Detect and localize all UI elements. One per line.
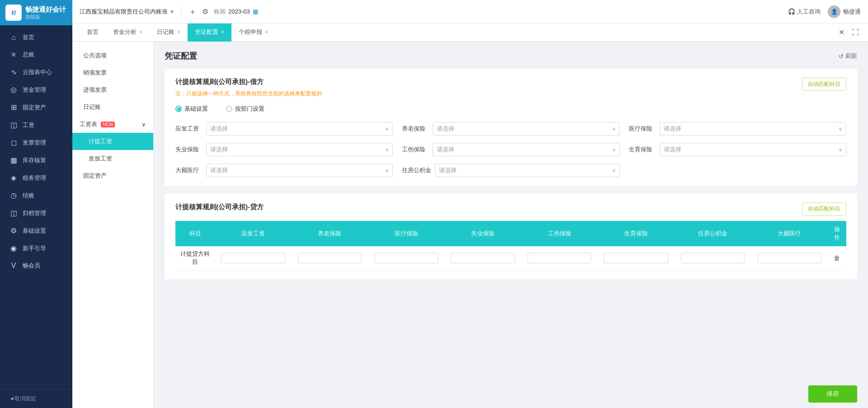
tab-journal-close[interactable]: × bbox=[177, 29, 180, 35]
sub-group-salary-table[interactable]: 工资表 NEW ∨ bbox=[72, 116, 153, 133]
sub-item-journal[interactable]: 日记账 bbox=[72, 98, 153, 116]
chevron-maternity-icon: ∨ bbox=[839, 147, 842, 153]
sub-item-public[interactable]: 公共选项 bbox=[72, 47, 153, 64]
cell-medical-input[interactable] bbox=[368, 246, 444, 270]
company-name: 江西服宝精品有限责任公司内账张 bbox=[80, 8, 168, 16]
sidebar-item-ledger[interactable]: ≡ 总账 bbox=[0, 46, 72, 63]
cancel-fixed-button[interactable]: ◄取消固定 bbox=[0, 389, 72, 408]
sidebar-item-salary[interactable]: ◫ 工资 bbox=[0, 116, 72, 134]
sidebar-item-archive[interactable]: ◫ 归档管理 bbox=[0, 204, 72, 222]
sidebar-item-invoice[interactable]: ◻ 发票管理 bbox=[0, 134, 72, 151]
tab-tax-close[interactable]: × bbox=[265, 29, 268, 35]
company-selector[interactable]: 江西服宝精品有限责任公司内账张 ▾ bbox=[80, 8, 174, 16]
invoice-icon: ◻ bbox=[9, 138, 18, 147]
cell-housing-fund-input[interactable] bbox=[675, 246, 751, 270]
sidebar-label-closing: 结账 bbox=[23, 192, 34, 200]
input-pension[interactable] bbox=[298, 253, 362, 263]
service-button[interactable]: 🎧 人工咨询 bbox=[788, 8, 821, 16]
select-housing-fund[interactable]: 请选择 ∨ bbox=[435, 164, 619, 177]
refresh-button[interactable]: ↺ 刷新 bbox=[839, 52, 857, 60]
select-medical[interactable]: 请选择 ∨ bbox=[660, 122, 846, 136]
delete-row-button[interactable]: 🗑 bbox=[834, 254, 840, 262]
input-work-injury[interactable] bbox=[528, 253, 592, 263]
debit-section-card: 计提核算规则(公司承担)-借方 注：只能选择一种方式，系统将按照您当前的选择来配… bbox=[165, 69, 857, 186]
select-unemployment[interactable]: 请选择 ∨ bbox=[206, 143, 393, 156]
select-maternity[interactable]: 请选择 ∨ bbox=[660, 143, 846, 156]
select-pension[interactable]: 请选择 ∨ bbox=[433, 122, 619, 136]
cell-large-medical-input[interactable] bbox=[751, 246, 827, 270]
cell-salary-input[interactable] bbox=[215, 246, 291, 270]
chevron-pension-icon: ∨ bbox=[612, 126, 616, 132]
sub-label-sales: 销项发票 bbox=[83, 69, 107, 76]
settings-gear-icon[interactable]: ⚙ bbox=[202, 7, 208, 16]
select-large-medical[interactable]: 请选择 ∨ bbox=[206, 164, 393, 177]
salary-icon: ◫ bbox=[9, 121, 18, 129]
tab-journal[interactable]: 日记账 × bbox=[150, 23, 188, 42]
new-badge: NEW bbox=[101, 122, 115, 127]
col-action: 操作 bbox=[828, 221, 846, 246]
input-housing-fund[interactable] bbox=[681, 253, 745, 263]
close-tab-button[interactable]: ✕ bbox=[837, 26, 846, 38]
radio-group: 基础设置 按部门设置 bbox=[175, 105, 846, 113]
content-area: 公共选项 销项发票 进项发票 日记账 工资表 NEW ∨ 计提工资 发 bbox=[72, 42, 868, 408]
select-work-injury[interactable]: 请选择 ∨ bbox=[433, 143, 619, 156]
cell-work-injury-input[interactable] bbox=[521, 246, 598, 270]
sidebar-item-reports[interactable]: ∿ 云报表中心 bbox=[0, 63, 72, 81]
chevron-large-medical-icon: ∨ bbox=[385, 168, 389, 174]
add-account-button[interactable]: ＋ bbox=[189, 6, 197, 17]
sub-item-sales[interactable]: 销项发票 bbox=[72, 64, 153, 81]
save-button[interactable]: 保存 bbox=[808, 385, 857, 403]
col-maternity: 生育保险 bbox=[598, 221, 674, 246]
auto-match-debit-button[interactable]: 自动匹配科目 bbox=[802, 78, 846, 91]
sub-item-fixed-assets[interactable]: 固定资产 bbox=[72, 167, 153, 184]
radio-department[interactable]: 按部门设置 bbox=[226, 105, 264, 113]
topbar-divider-1 bbox=[181, 7, 181, 16]
tab-voucher-close[interactable]: × bbox=[221, 29, 224, 35]
sidebar-item-tax[interactable]: ◈ 税务管理 bbox=[0, 169, 72, 187]
sidebar-item-home[interactable]: ⌂ 首页 bbox=[0, 29, 72, 46]
tab-home-label: 首页 bbox=[87, 28, 99, 36]
cell-delete[interactable]: 🗑 bbox=[828, 246, 846, 270]
sub-item-pay-salary[interactable]: 发放工资 bbox=[72, 150, 153, 167]
sidebar-label-ledger: 总账 bbox=[23, 51, 34, 59]
maximize-tab-button[interactable]: ⛶ bbox=[850, 27, 861, 38]
sidebar-item-settings[interactable]: ⚙ 基础设置 bbox=[0, 222, 72, 239]
sidebar-label-salary: 工资 bbox=[23, 121, 34, 129]
calendar-icon[interactable]: ▦ bbox=[253, 8, 258, 15]
input-maternity[interactable] bbox=[604, 253, 668, 263]
select-salary[interactable]: 请选择 ∨ bbox=[206, 122, 393, 136]
sidebar-item-capital[interactable]: ◎ 资金管理 bbox=[0, 81, 72, 98]
chevron-salary-icon: ∨ bbox=[385, 126, 389, 132]
sidebar-item-closing[interactable]: ◷ 结账 bbox=[0, 187, 72, 204]
radio-department-circle bbox=[226, 106, 232, 112]
input-large-medical[interactable] bbox=[757, 253, 821, 263]
sub-item-advance-salary[interactable]: 计提工资 bbox=[72, 133, 153, 150]
field-pension: 养老保险 请选择 ∨ bbox=[402, 122, 619, 136]
chevron-down-icon: ∨ bbox=[142, 121, 146, 128]
sidebar-label-assets: 固定资产 bbox=[23, 103, 46, 112]
input-salary[interactable] bbox=[221, 253, 285, 263]
sidebar-item-assets[interactable]: ⊞ 固定资产 bbox=[0, 98, 72, 116]
sidebar-item-vip[interactable]: V 畅会员 bbox=[0, 257, 72, 274]
tab-home[interactable]: 首页 bbox=[80, 23, 106, 42]
select-unemployment-placeholder: 请选择 bbox=[210, 145, 228, 154]
input-unemployment[interactable] bbox=[451, 253, 515, 263]
sidebar-item-guide[interactable]: ◉ 新手引导 bbox=[0, 239, 72, 257]
tab-voucher[interactable]: 凭证配置 × bbox=[188, 23, 231, 42]
sidebar-item-inventory[interactable]: ▦ 库存核算 bbox=[0, 151, 72, 169]
tab-tax[interactable]: 个税申报 × bbox=[231, 23, 275, 42]
cell-unemployment-input[interactable] bbox=[444, 246, 521, 270]
guide-icon: ◉ bbox=[9, 244, 18, 253]
select-maternity-placeholder: 请选择 bbox=[664, 145, 681, 154]
sub-item-purchase[interactable]: 进项发票 bbox=[72, 81, 153, 98]
tab-capital-close[interactable]: × bbox=[139, 29, 142, 35]
tab-capital[interactable]: 资金分析 × bbox=[106, 23, 150, 42]
input-medical[interactable] bbox=[374, 253, 439, 263]
label-pension: 养老保险 bbox=[402, 125, 429, 133]
cell-pension-input[interactable] bbox=[292, 246, 368, 270]
cell-maternity-input[interactable] bbox=[598, 246, 674, 270]
radio-basic[interactable]: 基础设置 bbox=[175, 105, 208, 113]
user-menu[interactable]: 👤 畅捷通 bbox=[828, 5, 861, 18]
select-housing-fund-placeholder: 请选择 bbox=[439, 166, 457, 174]
auto-match-credit-button[interactable]: 自动匹配科目 bbox=[802, 202, 846, 216]
